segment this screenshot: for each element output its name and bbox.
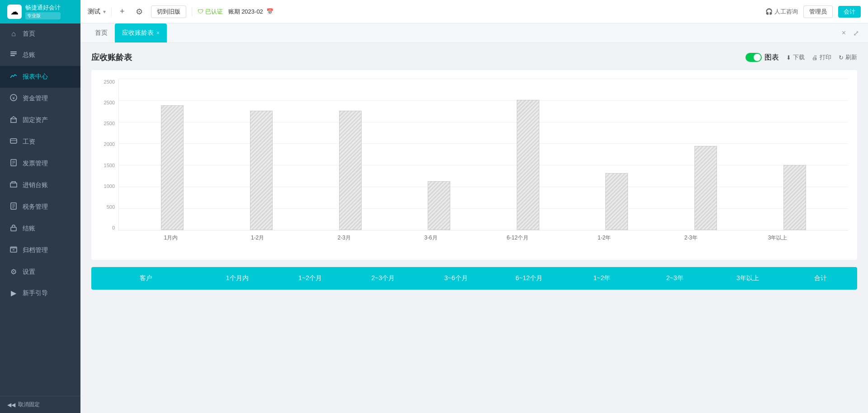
th-customer: 客户	[91, 267, 201, 290]
bar-group-2-3year	[694, 146, 717, 230]
x-label-6-12month: 6-12个月	[506, 234, 529, 242]
y-label-500: 500	[100, 204, 115, 210]
sidebar-item-archive[interactable]: 归档管理	[0, 239, 80, 261]
tab-receivable-aging[interactable]: 应收账龄表 ×	[115, 23, 167, 42]
sidebar-nav: ⌂ 首页 总账 报表中心 ¥ 资金管理 固定资产	[0, 23, 80, 396]
y-axis: 2500 2500 2500 2000 1500 1000 500 0	[100, 79, 118, 230]
chart-toggle-group: 图表	[745, 53, 779, 62]
th-2-3year: 2~3年	[638, 267, 711, 290]
x-label-2-3month: 2-3月	[333, 234, 355, 242]
data-table: 客户 1个月内 1~2个月 2~3个月 3~6个月 6~12个月 1~2年 2~…	[91, 267, 857, 290]
refresh-button[interactable]: ↻ 刷新	[839, 53, 857, 61]
app-edition: 专业版	[25, 12, 61, 19]
sidebar-item-inventory[interactable]: 进销台账	[0, 174, 80, 196]
bar-2-3month	[339, 111, 362, 230]
sidebar-item-label: 首页	[23, 30, 35, 38]
x-label-3-6month: 3-6月	[420, 234, 442, 242]
chart-area: 2500 2500 2500 2000 1500 1000 500 0	[91, 70, 857, 260]
bar-group-6-12month	[517, 100, 539, 230]
sidebar-item-label: 进销台账	[23, 181, 48, 189]
print-label: 打印	[820, 53, 831, 61]
period-value: 2023-02	[241, 8, 263, 15]
th-3plus: 3年以上	[711, 267, 784, 290]
tab-home[interactable]: 首页	[88, 23, 115, 42]
service-button[interactable]: 🎧 人工咨询	[765, 8, 798, 16]
inventory-icon	[9, 181, 18, 190]
download-button[interactable]: ⬇ 下载	[786, 53, 805, 61]
bar-6-12month	[517, 100, 539, 230]
th-6-12month: 6~12个月	[492, 267, 565, 290]
user-button[interactable]: 管理员	[803, 5, 833, 18]
x-label-1month: 1月内	[160, 234, 182, 242]
tab-home-label: 首页	[95, 29, 108, 36]
verified-status: 🛡 已认证	[198, 8, 223, 16]
print-button[interactable]: 🖨 打印	[812, 53, 831, 61]
sidebar-item-home[interactable]: ⌂ 首页	[0, 23, 80, 44]
chart-toggle[interactable]	[745, 53, 762, 62]
th-total: 合计	[784, 267, 857, 290]
x-label-3plus: 3年以上	[766, 234, 789, 242]
app-logo-icon: ☁	[7, 5, 22, 19]
svg-rect-6	[10, 139, 17, 143]
sidebar-item-payroll[interactable]: 工资	[0, 131, 80, 153]
sidebar-item-assets[interactable]: 固定资产	[0, 109, 80, 131]
window-expand-button[interactable]: ⤢	[851, 27, 861, 39]
y-label-1500: 1500	[100, 163, 115, 168]
th-3-6month: 3~6个月	[420, 267, 492, 290]
svg-rect-5	[11, 119, 16, 122]
sidebar-item-settings[interactable]: ⚙ 设置	[0, 261, 80, 282]
sidebar-item-label: 税务管理	[23, 203, 48, 211]
y-label-2000: 2000	[100, 141, 115, 147]
y-label-1000: 1000	[100, 183, 115, 189]
sidebar-item-ledger[interactable]: 总账	[0, 44, 80, 66]
settings-button[interactable]: ⚙	[133, 5, 146, 19]
role-button[interactable]: 会计	[838, 6, 861, 18]
bar-1-2year	[605, 173, 628, 230]
sidebar-item-reports[interactable]: 报表中心	[0, 66, 80, 88]
headset-icon: 🎧	[765, 8, 773, 15]
unpin-label: 取消固定	[18, 401, 40, 408]
funds-icon: ¥	[9, 94, 18, 103]
sidebar-item-label: 资金管理	[23, 94, 48, 103]
y-label-2500b: 2500	[100, 100, 115, 105]
print-icon: 🖨	[812, 54, 818, 61]
window-close-button[interactable]: ×	[840, 27, 848, 39]
page-title: 应收账龄表	[91, 52, 132, 63]
sidebar-item-tax[interactable]: 税务管理	[0, 196, 80, 218]
tax-icon	[9, 202, 18, 211]
old-version-button[interactable]: 切到旧版	[151, 5, 186, 18]
tabbar: 首页 应收账龄表 × × ⤢	[80, 23, 868, 43]
sidebar: ☁ 畅捷通好会计 专业版 ⌂ 首页 总账 报表中心 ¥ 资金管理	[0, 0, 80, 413]
sidebar-logo[interactable]: ☁ 畅捷通好会计 专业版	[0, 0, 80, 23]
tab-active-label: 应收账龄表	[122, 29, 154, 37]
sidebar-item-invoice[interactable]: 发票管理	[0, 153, 80, 174]
dropdown-icon: ▾	[103, 9, 106, 15]
chart-grid	[118, 79, 848, 230]
sidebar-item-label: 新手引导	[23, 289, 48, 297]
bar-group-3-6month	[428, 181, 450, 230]
service-label: 人工咨询	[774, 8, 798, 16]
svg-rect-0	[10, 52, 17, 52]
page-actions: 图表 ⬇ 下载 🖨 打印 ↻ 刷新	[745, 53, 857, 62]
unpin-button[interactable]: ◀◀ 取消固定	[0, 396, 80, 413]
sidebar-item-funds[interactable]: ¥ 资金管理	[0, 88, 80, 109]
bar-2-3year	[694, 146, 717, 230]
refresh-label: 刷新	[845, 53, 857, 61]
x-label-1-2year: 1-2年	[593, 234, 616, 242]
tab-close-icon[interactable]: ×	[156, 30, 160, 36]
x-label-2-3year: 2-3年	[679, 234, 702, 242]
bar-3-6month	[428, 181, 450, 230]
th-1month: 1个月内	[201, 267, 274, 290]
sidebar-item-closing[interactable]: 结账	[0, 218, 80, 239]
svg-rect-1	[10, 53, 17, 54]
bar-1month	[161, 105, 184, 230]
th-1-2month: 1~2个月	[274, 267, 346, 290]
x-label-1-2month: 1-2月	[246, 234, 269, 242]
add-button[interactable]: +	[117, 5, 127, 18]
y-label-2500a: 2500	[100, 79, 115, 84]
topbar-right: 🎧 人工咨询 管理员 会计	[765, 5, 861, 18]
chart-body: 2500 2500 2500 2000 1500 1000 500 0	[100, 79, 848, 230]
calendar-icon[interactable]: 📅	[266, 8, 274, 15]
sidebar-item-guide[interactable]: ▶ 新手引导	[0, 282, 80, 304]
project-selector[interactable]: 测试 ▾	[88, 8, 106, 16]
